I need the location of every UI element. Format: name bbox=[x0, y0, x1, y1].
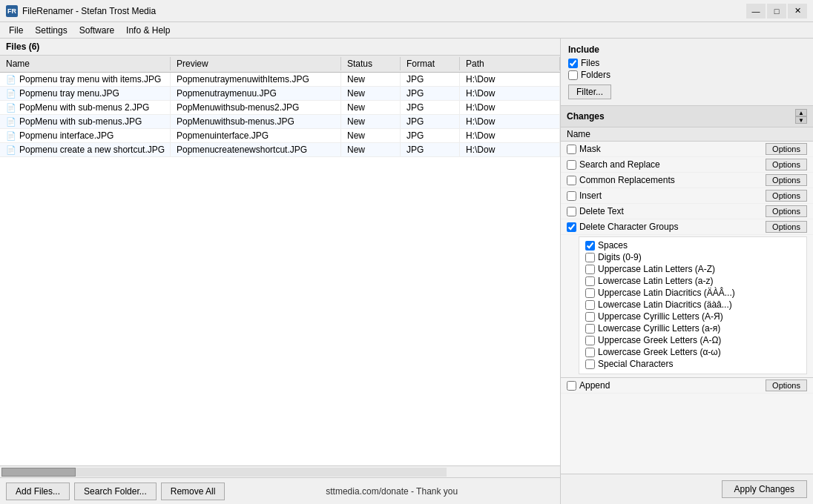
folders-checkbox-row: Folders bbox=[568, 70, 806, 80]
file-preview-cell: Popmenuinterface.JPG bbox=[171, 129, 341, 142]
change-label: Search and Replace bbox=[579, 159, 763, 170]
table-row[interactable]: 📄Popmenu tray menu.JPGPopmenutraymenuu.J… bbox=[0, 87, 560, 101]
file-status-cell: New bbox=[341, 87, 401, 100]
changes-list: MaskOptionsSearch and ReplaceOptionsComm… bbox=[561, 142, 813, 474]
change-checkbox[interactable] bbox=[567, 145, 576, 154]
close-button[interactable]: ✕ bbox=[788, 4, 807, 19]
file-status-cell: New bbox=[341, 129, 401, 142]
change-label: Delete Character Groups bbox=[579, 222, 763, 232]
table-row[interactable]: 📄PopMenu with sub-menus.JPGPopMenuwithsu… bbox=[0, 115, 560, 129]
menu-bar: File Settings Software Info & Help bbox=[0, 22, 813, 39]
sub-checkbox[interactable] bbox=[585, 336, 595, 345]
scroll-down-button[interactable]: ▼ bbox=[795, 116, 807, 124]
file-format-cell: JPG bbox=[401, 129, 460, 142]
append-options-button[interactable]: Options bbox=[766, 379, 807, 391]
changes-title: Changes bbox=[567, 111, 795, 122]
sub-checkbox[interactable] bbox=[585, 253, 595, 262]
right-panel: Include Files Folders Filter... Changes … bbox=[561, 39, 813, 504]
file-path-cell: H:\Dow bbox=[460, 101, 560, 114]
scroll-up-button[interactable]: ▲ bbox=[795, 109, 807, 116]
app-title: FileRenamer - Stefan Trost Media bbox=[22, 6, 746, 16]
options-button[interactable]: Options bbox=[766, 159, 807, 170]
file-icon: 📄 bbox=[6, 102, 16, 113]
maximize-button[interactable]: □ bbox=[767, 4, 786, 19]
append-checkbox[interactable] bbox=[567, 381, 576, 391]
search-folder-button[interactable]: Search Folder... bbox=[74, 483, 157, 500]
menu-software[interactable]: Software bbox=[73, 24, 120, 37]
options-button[interactable]: Options bbox=[766, 143, 807, 155]
files-checkbox[interactable] bbox=[568, 59, 578, 68]
change-checkbox[interactable] bbox=[567, 176, 576, 185]
change-row: InsertOptions bbox=[561, 188, 813, 204]
file-format-cell: JPG bbox=[401, 87, 460, 100]
file-preview-cell: Popmenucreatenewshortcut.JPG bbox=[171, 143, 341, 156]
change-label: Insert bbox=[579, 190, 763, 201]
options-button[interactable]: Options bbox=[766, 190, 807, 202]
changes-section: Changes ▲ ▼ Name MaskOptionsSearch and R… bbox=[561, 106, 813, 474]
col-path: Path bbox=[460, 57, 560, 70]
scroll-arrows: ▲ ▼ bbox=[795, 109, 807, 124]
file-name-cell: 📄Popmenu interface.JPG bbox=[0, 129, 171, 142]
table-row[interactable]: 📄PopMenu with sub-menus 2.JPGPopMenuwith… bbox=[0, 101, 560, 115]
app-icon: FR bbox=[6, 5, 18, 17]
file-icon: 📄 bbox=[6, 116, 16, 127]
sub-checkbox-row: Uppercase Latin Letters (A-Z) bbox=[585, 264, 800, 274]
window-controls: — □ ✕ bbox=[746, 4, 807, 19]
change-checkbox[interactable] bbox=[567, 191, 576, 201]
filter-button[interactable]: Filter... bbox=[568, 84, 611, 99]
file-path-cell: H:\Dow bbox=[460, 143, 560, 156]
apply-changes-button[interactable]: Apply Changes bbox=[722, 480, 807, 498]
menu-settings[interactable]: Settings bbox=[29, 24, 73, 37]
change-row: Delete Character GroupsOptions bbox=[561, 219, 813, 235]
sub-checkbox[interactable] bbox=[585, 324, 595, 334]
horizontal-scrollbar[interactable] bbox=[0, 465, 560, 477]
folders-label: Folders bbox=[581, 70, 610, 80]
sub-checkbox[interactable] bbox=[585, 359, 595, 369]
file-preview-cell: PopmenutraymenuwithItems.JPG bbox=[171, 73, 341, 86]
file-path-cell: H:\Dow bbox=[460, 87, 560, 100]
append-row: AppendOptions bbox=[561, 377, 813, 394]
file-name-cell: 📄PopMenu with sub-menus 2.JPG bbox=[0, 101, 171, 114]
table-row[interactable]: 📄Popmenu create a new shortcut.JPGPopmen… bbox=[0, 143, 560, 157]
sub-checkbox[interactable] bbox=[585, 300, 595, 310]
include-section: Include Files Folders Filter... bbox=[561, 39, 813, 106]
bottom-toolbar: Add Files... Search Folder... Remove All… bbox=[0, 477, 560, 504]
options-button[interactable]: Options bbox=[766, 174, 807, 186]
change-row: Delete TextOptions bbox=[561, 204, 813, 219]
sub-checkbox[interactable] bbox=[585, 241, 595, 251]
sub-label: Uppercase Latin Diacritics (ÄÀÂ...) bbox=[598, 288, 735, 298]
options-button[interactable]: Options bbox=[766, 205, 807, 217]
folders-checkbox[interactable] bbox=[568, 70, 578, 80]
main-content: Files (6) Name Preview Status Format Pat… bbox=[0, 39, 813, 504]
change-checkbox[interactable] bbox=[567, 160, 576, 170]
sub-checkbox[interactable] bbox=[585, 276, 595, 286]
remove-all-button[interactable]: Remove All bbox=[161, 483, 226, 500]
status-text: sttmedia.com/donate - Thank you bbox=[229, 486, 554, 497]
add-files-button[interactable]: Add Files... bbox=[6, 483, 70, 500]
change-checkbox[interactable] bbox=[567, 222, 576, 232]
col-name: Name bbox=[0, 57, 171, 70]
menu-file[interactable]: File bbox=[3, 24, 29, 37]
file-path-cell: H:\Dow bbox=[460, 129, 560, 142]
col-preview: Preview bbox=[171, 57, 341, 70]
sub-checkbox[interactable] bbox=[585, 348, 595, 357]
append-label: Append bbox=[579, 380, 763, 391]
table-row[interactable]: 📄Popmenu tray menu with items.JPGPopmenu… bbox=[0, 73, 560, 87]
file-icon: 📄 bbox=[6, 74, 16, 84]
sub-label: Uppercase Latin Letters (A-Z) bbox=[598, 264, 715, 274]
file-status-cell: New bbox=[341, 101, 401, 114]
file-format-cell: JPG bbox=[401, 143, 460, 156]
menu-info-help[interactable]: Info & Help bbox=[120, 24, 176, 37]
changes-header: Changes ▲ ▼ bbox=[561, 106, 813, 127]
table-row[interactable]: 📄Popmenu interface.JPGPopmenuinterface.J… bbox=[0, 129, 560, 143]
sub-checkbox-row: Lowercase Cyrillic Letters (а-я) bbox=[585, 323, 800, 334]
sub-checkbox[interactable] bbox=[585, 265, 595, 274]
sub-checkbox[interactable] bbox=[585, 288, 595, 298]
change-label: Mask bbox=[579, 144, 763, 154]
minimize-button[interactable]: — bbox=[746, 4, 766, 19]
change-row: MaskOptions bbox=[561, 142, 813, 157]
change-checkbox[interactable] bbox=[567, 207, 576, 216]
sub-checkbox[interactable] bbox=[585, 312, 595, 322]
options-button[interactable]: Options bbox=[766, 221, 807, 233]
change-row: Search and ReplaceOptions bbox=[561, 157, 813, 173]
